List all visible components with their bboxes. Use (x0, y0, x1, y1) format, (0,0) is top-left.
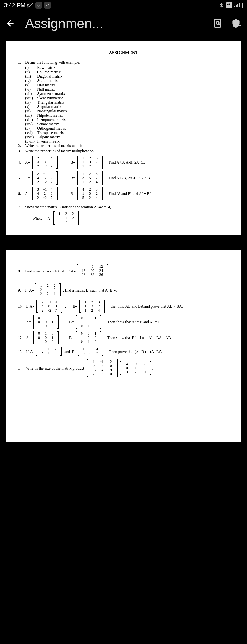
comma: , (62, 336, 63, 340)
add-button[interactable]: + (230, 18, 241, 29)
matrix: 122212221 (35, 283, 61, 296)
matrix: 122212221 (53, 211, 79, 224)
matrix-cell: 0 (89, 364, 98, 368)
matrix: 134567 (78, 347, 103, 356)
sub-text: Orthogonal matrix (37, 126, 229, 130)
matrix-cell: 1 (89, 360, 98, 364)
matrix-cell: 4 (93, 196, 100, 200)
if-label: If (26, 350, 29, 354)
matrix-cell: 5 (80, 351, 87, 355)
matrix-cell: 0 (78, 324, 85, 328)
app-header: Assignmen... + (0, 10, 247, 41)
matrix-cell: 3 (93, 172, 100, 176)
sub-number: (xi) (25, 109, 37, 113)
matrix-cell: 2 (35, 172, 42, 176)
matrix-cell: 1 (85, 324, 92, 328)
matrix-cell: 2 (38, 292, 44, 296)
matrix-cell: 2 (56, 220, 63, 224)
matrix-cell: 4 (79, 264, 88, 269)
matrix-cell: 3 (93, 156, 100, 160)
status-time: 3:42 PM (4, 2, 25, 9)
matrix-cell: 4 (35, 176, 42, 180)
matrix: 2−144032−27 (37, 300, 62, 313)
matrix: 123132124 (77, 156, 103, 169)
search-button[interactable] (213, 18, 223, 29)
matrix-cell: 2 (87, 172, 93, 176)
matrix-cell: 2 (89, 372, 98, 376)
matrix-cell: 2 (35, 196, 42, 200)
matrix: 2−144032−27 (32, 156, 58, 169)
matrix-cell: 2 (87, 156, 93, 160)
matrix-cell: 1 (82, 308, 89, 312)
question-9: 9. If A= 122212221 , find a matrix B, su… (18, 283, 229, 297)
a-label: A= (30, 350, 35, 354)
sub-text: Column matrix (37, 70, 229, 74)
q-text: , find a matrix B, such that A+B =0. (63, 288, 118, 292)
question-2: 2. Write the properties of matrix additi… (18, 144, 229, 148)
matrix-cell: 3 (48, 160, 55, 164)
a-label: A= (25, 176, 30, 180)
sub-text: Singular matrix (37, 104, 229, 109)
matrix-cell: 7 (53, 308, 59, 312)
q-number: 14. (18, 366, 26, 370)
status-right: VoLTE (219, 2, 243, 8)
matrix-cell: 0 (42, 160, 48, 164)
sub-number: (xiii) (25, 118, 37, 122)
q-text: Find a matrix A such that (25, 269, 64, 274)
a-label: A= (25, 160, 30, 164)
sub-item: (vi)Null matrix (25, 87, 229, 92)
comma: , (65, 304, 66, 309)
question-q10: 10.IfA=2−144032−27,B=123132124then find … (18, 300, 229, 313)
sub-text: Adjoint matrix (37, 135, 229, 139)
matrix-cell: 0 (92, 340, 99, 344)
question-q12: 12.A=010001100,B=001100010Then show that… (18, 331, 229, 344)
matrix-cell: 2 (52, 347, 59, 351)
sub-item: (xv)Orthogonal matrix (25, 126, 229, 130)
matrix-cell: 2 (87, 180, 93, 184)
matrix-cell: −2 (46, 308, 53, 312)
comma: , (61, 160, 62, 164)
back-button[interactable] (6, 18, 16, 28)
a-label: A= (48, 216, 53, 221)
matrix-cell: −1 (140, 370, 149, 374)
mute-icon (27, 2, 34, 8)
q-number: 5. (18, 176, 25, 180)
matrix-cell: 4 (35, 160, 42, 164)
a-label: A= (29, 288, 34, 292)
v-icon-1 (36, 2, 42, 9)
where-label: Where (32, 216, 43, 221)
sub-text: Transpose matrix (37, 130, 229, 135)
matrix-cell: 0 (107, 372, 115, 376)
b-label: B= (72, 350, 77, 354)
comma: , (61, 192, 62, 196)
question-1: 1. Define the following with example; (18, 60, 229, 64)
sub-item: (xvii)Adjoint matrix (25, 135, 229, 139)
matrix-cell: 1 (45, 351, 52, 355)
matrix-cell: 1 (80, 180, 87, 184)
matrix-cell: 1 (70, 220, 76, 224)
matrix-cell: 2 (107, 360, 115, 364)
sub-item: (viii)Skew symmetric (25, 96, 229, 100)
matrix-cell: 7 (94, 351, 101, 355)
sub-item: (iii)Diagonal matrix (25, 74, 229, 78)
document-page-1: ASSIGNMENT 1. Define the following with … (6, 41, 241, 235)
sub-item: (x)Singular matrix (25, 104, 229, 109)
matrix-cell: −11 (98, 360, 107, 364)
matrix-cell: −1 (42, 188, 48, 192)
matrix-cell: 0 (123, 366, 131, 370)
question-8: 8. Find a matrix A such that 4A= 4812162… (18, 264, 229, 278)
matrix-cell: 1 (92, 332, 99, 336)
sub-text: Skew symmetric (37, 96, 229, 100)
sub-item: (ii)Column matrix (25, 70, 229, 74)
matrix-cell: 3 (93, 188, 100, 192)
matrix-cell: 4 (48, 172, 55, 176)
matrix: 010001100 (33, 315, 59, 329)
matrix-cell: 2 (35, 180, 42, 184)
question-q11: 11.A=010001100,B=001100010Then show that… (18, 315, 229, 329)
question-q4: 4.A=2−144032−27,B=123132124Find A+B, A-B… (18, 156, 229, 169)
matrix-cell: 3 (53, 304, 59, 308)
matrix-cell: 1 (80, 347, 87, 351)
sub-item: (xiii)Idempotent matrix (25, 118, 229, 122)
sub-text: Unit matrix (37, 83, 229, 87)
matrix-cell: 2 (87, 196, 93, 200)
